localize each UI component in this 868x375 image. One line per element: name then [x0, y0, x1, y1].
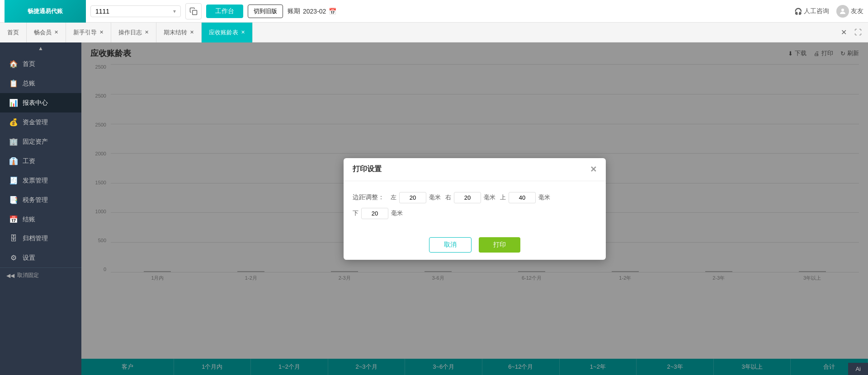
workbench-button[interactable]: 工作台: [206, 5, 243, 18]
top-unit: 毫米: [538, 193, 550, 202]
ai-label: Ai: [855, 366, 861, 372]
scroll-up-button[interactable]: ▲: [0, 42, 81, 54]
sidebar-label-assets: 固定资产: [23, 138, 48, 146]
sidebar-item-payroll[interactable]: 👔 工资: [0, 151, 81, 171]
print-confirm-button[interactable]: 打印: [479, 237, 520, 253]
cancel-pin-button[interactable]: ◀◀ 取消固定: [0, 267, 81, 283]
payroll-icon: 👔: [9, 157, 18, 165]
sidebar-item-archive[interactable]: 🗄 归档管理: [0, 229, 81, 248]
tab-member-label: 畅会员: [34, 28, 52, 37]
archive-icon: 🗄: [9, 234, 18, 243]
left-unit: 毫米: [429, 193, 441, 202]
ai-badge[interactable]: Ai: [848, 363, 868, 375]
sidebar-item-close[interactable]: 📅 结账: [0, 210, 81, 229]
close-icon[interactable]: ✕: [190, 29, 194, 35]
modal-header: 打印设置 ✕: [344, 158, 606, 181]
user-label: 友友: [851, 7, 863, 15]
settings-icon: ⚙: [9, 253, 18, 262]
sidebar-label-invoice: 发票管理: [23, 177, 48, 185]
sidebar-label-settings: 设置: [23, 254, 35, 262]
margin-row: 边距调整： 左 毫米 右 毫米 上: [353, 192, 597, 219]
svg-point-1: [841, 9, 844, 11]
sidebar-label-ledger: 总账: [23, 80, 35, 88]
sidebar-item-settings[interactable]: ⚙ 设置: [0, 248, 81, 267]
tab-period-end[interactable]: 期末结转 ✕: [156, 23, 202, 42]
invoice-icon: 🧾: [9, 176, 18, 185]
account-selector[interactable]: 1111 ▾: [90, 5, 181, 17]
ledger-icon: 📋: [9, 79, 18, 88]
cancel-pin-label: 取消固定: [17, 272, 39, 279]
logo-text: 畅捷通易代账: [28, 7, 63, 15]
sidebar-item-funds[interactable]: 💰 资金管理: [0, 112, 81, 132]
close-icon[interactable]: ✕: [145, 29, 149, 35]
sidebar-item-home[interactable]: 🏠 首页: [0, 54, 81, 74]
tax-icon: 📑: [9, 196, 18, 204]
user-menu[interactable]: 友友: [836, 5, 863, 18]
pin-icon: ◀◀: [6, 272, 14, 279]
sidebar-label-funds: 资金管理: [23, 118, 48, 127]
calendar-icon[interactable]: 📅: [329, 8, 336, 15]
tab-period-end-label: 期末结转: [164, 28, 187, 37]
close-icon[interactable]: ✕: [99, 29, 104, 35]
tab-guide[interactable]: 新手引导 ✕: [66, 23, 111, 42]
sidebar-label-home: 首页: [23, 60, 35, 68]
margin-left-input[interactable]: [399, 192, 426, 203]
sidebar-label-payroll: 工资: [23, 157, 35, 165]
modal-close-button[interactable]: ✕: [590, 164, 597, 174]
print-dialog: 打印设置 ✕ 边距调整： 左 毫米 右 毫米: [344, 158, 606, 260]
sidebar-item-reports[interactable]: 📊 报表中心: [0, 93, 81, 112]
sidebar-label-tax: 税务管理: [23, 196, 48, 204]
switch-version-button[interactable]: 切到旧版: [248, 5, 283, 18]
close-icon[interactable]: ✕: [54, 29, 58, 35]
close-books-icon: 📅: [9, 215, 18, 224]
modal-footer: 取消 打印: [344, 230, 606, 260]
margin-right-input[interactable]: [454, 192, 481, 203]
chevron-down-icon: ▾: [173, 8, 176, 14]
headset-icon: 🎧: [794, 8, 802, 15]
tab-bar: 首页 畅会员 ✕ 新手引导 ✕ 操作日志 ✕ 期末结转 ✕ 应收账龄表 ✕ ✕ …: [0, 23, 868, 42]
top-label: 上: [500, 193, 506, 202]
tab-end-controls: ✕ ⛶: [834, 27, 868, 38]
margin-top-group: 上 毫米: [500, 192, 550, 203]
sidebar-item-assets[interactable]: 🏢 固定资产: [0, 132, 81, 151]
margin-right-group: 右 毫米: [445, 192, 495, 203]
cancel-button[interactable]: 取消: [429, 237, 472, 253]
tab-home-label: 首页: [7, 28, 19, 37]
modal-title: 打印设置: [353, 164, 382, 174]
main-layout: ▲ 🏠 首页 📋 总账 📊 报表中心 💰 资金管理 🏢 固定资产 👔 工资 🧾 …: [0, 42, 868, 375]
margin-left-group: 左 毫米: [391, 192, 441, 203]
service-button[interactable]: 🎧 人工咨询: [794, 7, 829, 15]
copy-icon[interactable]: [185, 3, 202, 19]
bottom-label: 下: [353, 209, 359, 217]
logo: 畅捷通易代账: [5, 0, 86, 23]
sidebar-item-invoice[interactable]: 🧾 发票管理: [0, 171, 81, 190]
margin-top-input[interactable]: [509, 192, 536, 203]
tab-home[interactable]: 首页: [0, 23, 27, 42]
tab-oplog-label: 操作日志: [118, 28, 142, 37]
reports-icon: 📊: [9, 98, 18, 107]
account-value: 1111: [95, 8, 109, 15]
maximize-icon[interactable]: ⛶: [853, 27, 863, 38]
right-area: 🎧 人工咨询 友友: [794, 5, 863, 18]
svg-rect-0: [193, 10, 197, 14]
margin-label: 边距调整：: [353, 193, 384, 202]
tab-member[interactable]: 畅会员 ✕: [27, 23, 66, 42]
right-label: 右: [445, 193, 451, 202]
tab-ar-aging[interactable]: 应收账龄表 ✕: [202, 23, 253, 42]
close-window-icon[interactable]: ✕: [838, 27, 849, 38]
close-icon[interactable]: ✕: [241, 29, 245, 35]
modal-overlay: 打印设置 ✕ 边距调整： 左 毫米 右 毫米: [81, 42, 868, 375]
margin-bottom-input[interactable]: [361, 208, 388, 219]
tab-oplog[interactable]: 操作日志 ✕: [111, 23, 156, 42]
sidebar-item-tax[interactable]: 📑 税务管理: [0, 190, 81, 210]
sidebar-label-reports: 报表中心: [23, 99, 48, 107]
right-unit: 毫米: [484, 193, 495, 202]
sidebar: ▲ 🏠 首页 📋 总账 📊 报表中心 💰 资金管理 🏢 固定资产 👔 工资 🧾 …: [0, 42, 81, 375]
service-label: 人工咨询: [804, 7, 829, 15]
assets-icon: 🏢: [9, 137, 18, 146]
sidebar-label-close: 结账: [23, 216, 35, 224]
sidebar-item-ledger[interactable]: 📋 总账: [0, 74, 81, 93]
tab-guide-label: 新手引导: [73, 28, 97, 37]
avatar: [836, 5, 849, 18]
funds-icon: 💰: [9, 118, 18, 127]
